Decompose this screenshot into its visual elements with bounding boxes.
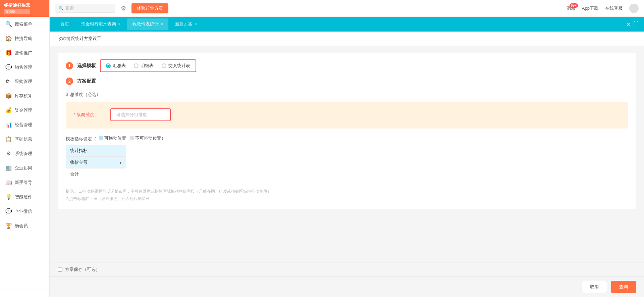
sidebar-label-newbie: 新手引导 [15, 180, 32, 186]
sidebar-item-member[interactable]: 🏆畅会员 [0, 218, 49, 233]
tab-cashflow[interactable]: 现金银行流水查询× [76, 18, 126, 30]
sidebar-item-hardware[interactable]: 💡智能硬件 [0, 190, 49, 204]
sidebar-item-sales[interactable]: 💬销售管理 [0, 60, 49, 75]
radio-summary[interactable]: 汇总表 [106, 63, 126, 69]
tabbar: 首页现金银行流水查询×收款情况统计×新建方案× ✕ ⛶ [50, 17, 644, 32]
draggable-dot [99, 136, 103, 140]
tab-newplan[interactable]: 新建方案× [170, 18, 202, 30]
sidebar-item-operation[interactable]: 📊经营管理 [0, 117, 49, 132]
system-icon: ⚙ [5, 150, 12, 157]
tabbar-actions: ✕ ⛶ [626, 21, 639, 28]
member-icon: 🏆 [5, 222, 12, 229]
dimension-title: 汇总维度（必选） [66, 92, 628, 98]
page-header: 收款情况统计方案设置 [50, 32, 644, 46]
page-content: 收款情况统计方案设置 1 选择模板 汇总表 明细表 [50, 32, 644, 297]
message-badge: 99+ [570, 3, 578, 8]
column-dropdown-icon: ▾ [119, 160, 122, 165]
settings-icon[interactable]: ⚙ [121, 5, 126, 12]
sidebar-item-marketing[interactable]: 🎁营销推广 [0, 46, 49, 60]
sidebar-label-operation: 经营管理 [15, 122, 32, 128]
radio-detail-label: 明细表 [141, 63, 154, 69]
step2-badge: 2 [66, 78, 73, 85]
tab-receipt[interactable]: 收款情况统计× [127, 18, 168, 30]
sidebar-item-search[interactable]: 🔍搜索菜单 [0, 17, 49, 31]
metrics-title: 模板指标设定（ 可拖动位置 不可拖动位置） [66, 135, 628, 142]
footer-actions: 取消 查询 [50, 277, 644, 297]
legend-draggable: 可拖动位置 [99, 135, 126, 141]
sidebar-item-purchase[interactable]: 🛍采购管理 [0, 75, 49, 89]
user-avatar[interactable] [629, 4, 639, 13]
logo-name: 畅捷通好生意 [4, 3, 30, 8]
message-icon-wrap[interactable]: 消息 99+ [567, 5, 575, 11]
corp-icon: 🏢 [5, 165, 12, 171]
sidebar-item-newbie[interactable]: 📖新手引导 [0, 175, 49, 190]
close-window-icon[interactable]: ✕ [626, 21, 631, 28]
tab-close-cashflow[interactable]: × [118, 22, 120, 27]
step1-badge: 1 [66, 62, 73, 69]
topbar: 🔍 搜索 ⚙ 体验行业方案 消息 99+ App下载 在线客服 [50, 0, 644, 17]
purchase-icon: 🛍 [5, 79, 12, 85]
cancel-button[interactable]: 取消 [582, 281, 607, 293]
sidebar-label-inventory: 库存核算 [15, 93, 32, 99]
dimension-config: 汇总维度（必选） * 纵向维度 → 请选择分组维度 [66, 92, 628, 129]
tab-home[interactable]: 首页 [55, 18, 74, 30]
sidebar-bottom [0, 289, 49, 297]
step1-row: 1 选择模板 汇总表 明细表 交叉统计表 [66, 59, 628, 72]
search-box[interactable]: 🔍 搜索 [55, 4, 115, 13]
sidebar-logo: 畅捷通好生意 标准版 [0, 0, 49, 17]
query-button[interactable]: 查询 [611, 281, 636, 293]
sidebar-item-finance[interactable]: 💰资金管理 [0, 103, 49, 117]
sidebar-label-wechat: 企业微信 [15, 208, 32, 214]
row-label-total: 合计 [70, 171, 79, 177]
expand-window-icon[interactable]: ⛶ [633, 21, 639, 28]
sidebar-item-inventory[interactable]: 📦库存核算 [0, 89, 49, 103]
sidebar-label-purchase: 采购管理 [15, 79, 32, 85]
draggable-label: 可拖动位置 [104, 135, 126, 141]
finance-icon: 💰 [5, 107, 12, 113]
sales-icon: 💬 [5, 64, 12, 70]
support-link[interactable]: 在线客服 [605, 5, 623, 11]
operation-icon: 📊 [5, 121, 12, 128]
vertical-label: * 纵向维度 [74, 112, 94, 118]
hardware-icon: 💡 [5, 194, 12, 200]
sidebar-label-corp: 企业协同 [15, 165, 32, 171]
quicknav-icon: 🏠 [5, 35, 12, 42]
metrics-table: 统计指标 收款金额 ▾ 合计 [66, 145, 126, 180]
sidebar-item-corp[interactable]: 🏢企业协同 [0, 161, 49, 175]
page-body: 1 选择模板 汇总表 明细表 交叉统计表 [50, 46, 644, 262]
radio-cross[interactable]: 交叉统计表 [162, 63, 190, 69]
sidebar-item-system[interactable]: ⚙系统管理 [0, 146, 49, 161]
sidebar-item-wechat[interactable]: 💬企业微信 [0, 204, 49, 218]
metrics-column-header[interactable]: 收款金额 ▾ [66, 157, 126, 168]
save-option-bar: 方案保存（可选） [50, 262, 644, 277]
dimension-select[interactable]: 请选择分组维度 [110, 108, 171, 121]
fixed-dot [130, 136, 134, 140]
main-card: 1 选择模板 汇总表 明细表 交叉统计表 [58, 53, 636, 209]
metrics-row-total: 合计 [66, 168, 126, 180]
tab-label-receipt: 收款情况统计 [132, 21, 159, 27]
arrow-icon: → [100, 112, 105, 118]
radio-dot-summary [106, 63, 111, 68]
save-checkbox[interactable] [58, 267, 62, 272]
sidebar-label-quicknav: 快捷导航 [15, 36, 32, 42]
newbie-icon: 📖 [5, 179, 12, 186]
radio-cross-label: 交叉统计表 [168, 63, 190, 69]
tab-close-newplan[interactable]: × [195, 22, 197, 27]
template-radio-group: 汇总表 明细表 交叉统计表 [100, 59, 196, 72]
sidebar: 畅捷通好生意 标准版 🔍搜索菜单🏠快捷导航🎁营销推广💬销售管理🛍采购管理📦库存核… [0, 0, 50, 297]
sidebar-item-basic[interactable]: 📋基础信息 [0, 132, 49, 146]
sidebar-label-marketing: 营销推广 [15, 50, 32, 56]
radio-detail[interactable]: 明细表 [134, 63, 154, 69]
sidebar-label-member: 畅会员 [15, 223, 28, 229]
logo-badge: 标准版 [4, 9, 30, 14]
sidebar-label-system: 系统管理 [15, 151, 32, 157]
column-name: 收款金额 [70, 159, 88, 165]
tab-close-receipt[interactable]: × [161, 22, 163, 27]
sidebar-item-quicknav[interactable]: 🏠快捷导航 [0, 31, 49, 46]
trial-button[interactable]: 体验行业方案 [131, 3, 168, 13]
inventory-icon: 📦 [5, 93, 12, 99]
topbar-right: 消息 99+ App下载 在线客服 [567, 4, 639, 13]
tab-label-newplan: 新建方案 [175, 21, 193, 27]
download-link[interactable]: App下载 [582, 5, 598, 11]
marketing-icon: 🎁 [5, 50, 12, 56]
